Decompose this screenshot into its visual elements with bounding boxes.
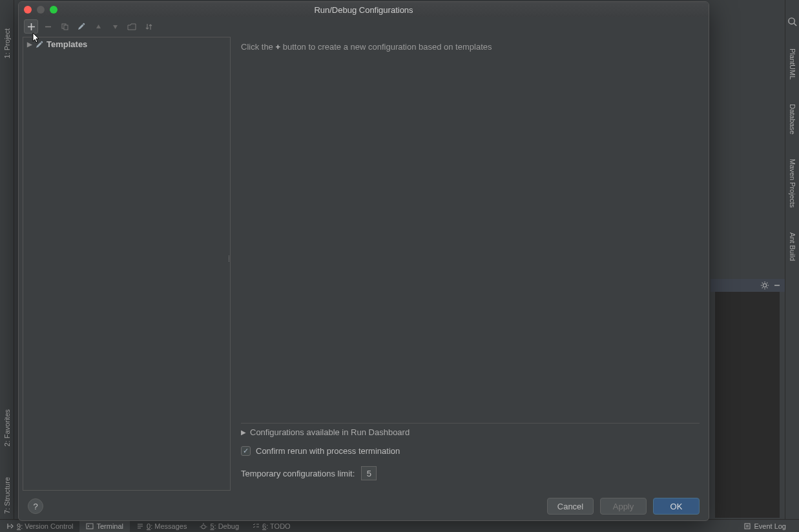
dialog-footer: ? Cancel Apply OK (19, 492, 709, 520)
left-tool-strip: 1: Project 2: Favorites 7: Structure (0, 0, 14, 522)
confirm-rerun-checkbox[interactable]: ✓ (241, 446, 251, 456)
templates-label: Templates (47, 39, 87, 49)
ok-button[interactable]: OK (653, 498, 700, 515)
minimize-window-button (37, 6, 45, 14)
plus-icon-inline: + (275, 42, 280, 52)
configuration-detail-pane: Click the + button to create a new confi… (232, 36, 709, 492)
close-window-button[interactable] (24, 6, 32, 14)
run-debug-configurations-dialog: Run/Debug Configurations (18, 1, 709, 521)
terminal-tool-button[interactable]: Terminal (79, 520, 130, 532)
right-panel-body (715, 292, 780, 518)
svg-rect-22 (745, 524, 750, 529)
status-bar: 9: Version Control Terminal 0: Messages … (0, 519, 799, 532)
svg-line-10 (767, 283, 767, 283)
wrench-icon (35, 40, 44, 49)
confirm-rerun-checkbox-row: ✓ Confirm rerun with process termination (241, 446, 700, 456)
plantuml-tool-button[interactable]: PlantUML (789, 46, 796, 82)
expand-arrow-icon: ▶ (27, 41, 32, 48)
ant-tool-button[interactable]: Ant Build (789, 230, 796, 263)
svg-line-9 (762, 287, 763, 288)
svg-rect-29 (64, 25, 68, 30)
dialog-title: Run/Debug Configurations (314, 5, 413, 15)
sort-button[interactable] (141, 19, 156, 34)
event-log-tool-button[interactable]: Event Log (737, 520, 793, 532)
copy-configuration-button[interactable] (57, 19, 72, 34)
todo-tool-button[interactable]: 6: TODO (245, 520, 297, 532)
right-tool-strip: PlantUML Database Maven Projects Ant Bui… (785, 0, 799, 522)
templates-node[interactable]: ▶ Templates (23, 37, 230, 51)
structure-tool-button[interactable]: 7: Structure (3, 475, 11, 517)
debug-tool-button[interactable]: 5: Debug (193, 520, 245, 532)
cancel-button[interactable]: Cancel (547, 498, 594, 515)
dialog-titlebar[interactable]: Run/Debug Configurations (19, 2, 709, 17)
dialog-body: ▶ Templates Click the + button to create… (19, 36, 709, 492)
version-control-tool-button[interactable]: 9: Version Control (0, 520, 79, 532)
right-panel-header (711, 279, 785, 292)
project-tool-button[interactable]: 1: Project (3, 26, 11, 61)
search-icon[interactable] (787, 17, 797, 26)
add-configuration-button[interactable] (24, 19, 38, 34)
dialog-toolbar (19, 17, 709, 36)
svg-point-16 (202, 525, 205, 529)
remove-configuration-button[interactable] (41, 19, 55, 34)
svg-line-7 (762, 283, 763, 283)
temp-limit-row: Temporary configurations limit: (241, 466, 700, 480)
confirm-rerun-label: Confirm rerun with process termination (256, 446, 400, 456)
save-configuration-button[interactable] (125, 19, 139, 34)
messages-tool-button[interactable]: 0: Messages (130, 520, 193, 532)
move-up-button[interactable] (91, 19, 105, 34)
svg-point-2 (763, 283, 766, 287)
gear-icon[interactable] (760, 281, 769, 290)
minimize-icon[interactable] (773, 281, 781, 289)
svg-line-8 (767, 287, 767, 288)
favorites-tool-button[interactable]: 2: Favorites (3, 407, 11, 449)
maven-tool-button[interactable]: Maven Projects (789, 156, 796, 210)
expand-arrow-icon: ▶ (241, 429, 246, 436)
help-button[interactable]: ? (28, 498, 43, 514)
configuration-tree[interactable]: ▶ Templates (23, 37, 231, 491)
database-tool-button[interactable]: Database (789, 101, 796, 137)
apply-button[interactable]: Apply (600, 498, 647, 515)
empty-hint-text: Click the + button to create a new confi… (241, 42, 700, 52)
move-down-button[interactable] (108, 19, 122, 34)
traffic-lights (24, 6, 57, 14)
ide-window: 1: Project 2: Favorites 7: Structure Pla… (0, 0, 799, 532)
svg-point-0 (789, 18, 794, 24)
temp-limit-label: Temporary configurations limit: (241, 469, 355, 478)
run-dashboard-expandable[interactable]: ▶ Configurations available in Run Dashbo… (241, 423, 700, 437)
edit-defaults-button[interactable] (74, 19, 88, 34)
zoom-window-button[interactable] (50, 6, 57, 14)
temp-limit-input[interactable] (361, 466, 377, 480)
splitter-handle[interactable] (229, 256, 232, 265)
svg-line-1 (794, 23, 796, 26)
